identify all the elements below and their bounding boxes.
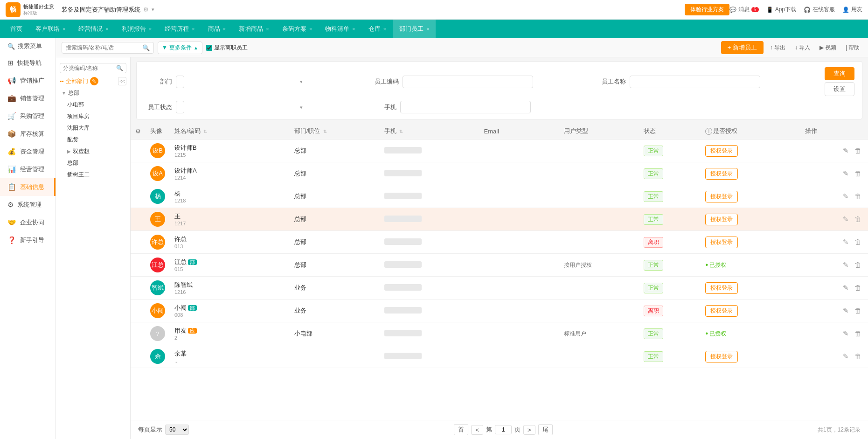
dept-select[interactable] bbox=[176, 76, 184, 88]
edit-icon[interactable]: ✎ bbox=[841, 306, 851, 315]
sidebar-item-库存核算[interactable]: 📦库存核算 bbox=[0, 125, 56, 143]
page-size-select[interactable]: 50 20 100 bbox=[165, 425, 189, 435]
close-tab-icon[interactable]: × bbox=[309, 26, 312, 32]
dept-node-插树王二[interactable]: 插树王二 bbox=[58, 169, 128, 181]
emp-code-input[interactable] bbox=[403, 76, 533, 88]
delete-icon[interactable]: 🗑 bbox=[853, 328, 863, 338]
edit-icon[interactable]: ✎ bbox=[841, 328, 851, 338]
navtab-利润报告[interactable]: 利润报告× bbox=[115, 20, 158, 38]
col-phone[interactable]: 手机 ⇅ bbox=[380, 123, 479, 139]
authorize-button[interactable]: 授权登录 bbox=[705, 305, 738, 317]
more-conditions-button[interactable]: ▼ 更多条件 ▲ bbox=[158, 42, 202, 54]
next-page-button[interactable]: > bbox=[523, 425, 535, 435]
delete-icon[interactable]: 🗑 bbox=[853, 260, 863, 270]
dept-node-总部[interactable]: ▼总部 bbox=[58, 87, 128, 99]
edit-icon[interactable]: ✎ bbox=[841, 191, 851, 201]
sidebar-item-新手引导[interactable]: ❓新手引导 bbox=[0, 231, 56, 249]
sidebar-item-企业协同[interactable]: 🤝企业协同 bbox=[0, 214, 56, 231]
edit-icon[interactable]: ✎ bbox=[841, 237, 851, 247]
delete-icon[interactable]: 🗑 bbox=[853, 351, 863, 361]
col-dept[interactable]: 部门/职位 ⇅ bbox=[290, 123, 380, 139]
authorize-button[interactable]: 授权登录 bbox=[705, 191, 738, 202]
col-settings[interactable]: ⚙ bbox=[131, 123, 146, 139]
close-tab-icon[interactable]: × bbox=[62, 26, 65, 32]
delete-icon[interactable]: 🗑 bbox=[853, 191, 863, 201]
authorize-button[interactable]: 授权登录 bbox=[705, 145, 738, 157]
delete-icon[interactable]: 🗑 bbox=[853, 306, 863, 315]
navtab-经营历程[interactable]: 经营历程× bbox=[158, 20, 201, 38]
all-dept-label[interactable]: ▪▪ 全部部门 ✎ bbox=[60, 77, 98, 85]
show-resigned-checkbox[interactable] bbox=[206, 45, 212, 51]
online-service-button[interactable]: 🎧 在线客服 bbox=[804, 6, 835, 14]
dropdown-icon[interactable]: ▾ bbox=[152, 7, 154, 13]
edit-icon[interactable]: ✎ bbox=[841, 351, 851, 361]
dept-search-input[interactable] bbox=[63, 65, 116, 71]
delete-icon[interactable]: 🗑 bbox=[853, 146, 863, 155]
dept-collapse-button[interactable]: << bbox=[118, 77, 126, 85]
try-industry-button[interactable]: 体验行业方案 bbox=[685, 4, 729, 15]
navtab-新增商品[interactable]: 新增商品× bbox=[232, 20, 275, 38]
last-page-button[interactable]: 尾 bbox=[538, 424, 553, 435]
sidebar-item-资金管理[interactable]: 💰资金管理 bbox=[0, 143, 56, 160]
authorize-button[interactable]: 授权登录 bbox=[705, 282, 738, 294]
export-button[interactable]: ↑ 导出 bbox=[767, 42, 788, 54]
emp-status-select[interactable] bbox=[176, 101, 184, 113]
navtab-条码方案[interactable]: 条码方案× bbox=[276, 20, 319, 38]
authorize-button[interactable]: 授权登录 bbox=[705, 351, 738, 362]
message-button[interactable]: 💬 消息 5 bbox=[729, 6, 759, 14]
search-input[interactable] bbox=[66, 44, 140, 51]
sidebar-item-经营管理[interactable]: 📊经营管理 bbox=[0, 160, 56, 178]
auth-info-icon[interactable]: i bbox=[705, 128, 712, 135]
dept-search-icon[interactable]: 🔍 bbox=[116, 65, 123, 71]
authorize-button[interactable]: 授权登录 bbox=[705, 168, 738, 180]
authorize-button[interactable]: 授权登录 bbox=[705, 237, 738, 248]
close-tab-icon[interactable]: × bbox=[192, 26, 194, 32]
sidebar-item-营销推广[interactable]: 📢营销推广 bbox=[0, 72, 56, 90]
reset-button[interactable]: 设置 bbox=[825, 82, 854, 96]
first-page-button[interactable]: 首 bbox=[454, 424, 468, 435]
close-tab-icon[interactable]: × bbox=[266, 26, 269, 32]
delete-icon[interactable]: 🗑 bbox=[853, 214, 863, 224]
phone-input[interactable] bbox=[400, 101, 531, 113]
sidebar-item-系统管理[interactable]: ⚙系统管理 bbox=[0, 196, 56, 214]
page-number-input[interactable] bbox=[495, 425, 512, 434]
import-button[interactable]: ↓ 导入 bbox=[792, 42, 813, 54]
emp-name-input[interactable] bbox=[630, 76, 760, 88]
navtab-商品[interactable]: 商品× bbox=[201, 20, 232, 38]
edit-icon[interactable]: ✎ bbox=[841, 260, 851, 270]
video-button[interactable]: ▶ 视频 bbox=[817, 42, 839, 54]
sidebar-item-快捷导航[interactable]: ⊞快捷导航 bbox=[0, 54, 56, 72]
add-employee-button[interactable]: + 新增员工 bbox=[721, 41, 764, 54]
navtab-首页[interactable]: 首页 bbox=[4, 20, 29, 38]
edit-icon[interactable]: ✎ bbox=[841, 283, 851, 293]
sidebar-item-基础信息[interactable]: 📋基础信息 bbox=[0, 178, 56, 196]
query-button[interactable]: 查询 bbox=[825, 67, 854, 80]
settings-icon[interactable]: ⚙ bbox=[143, 6, 149, 13]
edit-icon[interactable]: ✎ bbox=[841, 168, 851, 178]
sidebar-search[interactable]: 🔍搜索菜单 bbox=[0, 38, 56, 54]
user-button[interactable]: 👤 用友 bbox=[842, 6, 862, 14]
prev-page-button[interactable]: < bbox=[471, 425, 483, 435]
dept-node-小电部[interactable]: 小电部 bbox=[58, 99, 128, 111]
search-icon[interactable]: 🔍 bbox=[142, 44, 150, 51]
close-tab-icon[interactable]: × bbox=[149, 26, 152, 32]
close-tab-icon[interactable]: × bbox=[105, 26, 108, 32]
delete-icon[interactable]: 🗑 bbox=[853, 168, 863, 178]
close-tab-icon[interactable]: × bbox=[426, 26, 429, 32]
dept-node-双虚想[interactable]: ▶双虚想 bbox=[58, 146, 128, 157]
delete-icon[interactable]: 🗑 bbox=[853, 237, 863, 247]
navtab-部门员工[interactable]: 部门员工× bbox=[393, 20, 436, 38]
navtab-物料清单[interactable]: 物料清单× bbox=[319, 20, 361, 38]
close-tab-icon[interactable]: × bbox=[383, 26, 386, 32]
close-tab-icon[interactable]: × bbox=[352, 26, 355, 32]
dept-node-项目库房[interactable]: 项目库房 bbox=[58, 111, 128, 122]
col-name[interactable]: 姓名/编码 ⇅ bbox=[170, 123, 290, 139]
dept-node-配货[interactable]: 配货 bbox=[58, 134, 128, 146]
edit-icon[interactable]: ✎ bbox=[841, 146, 851, 155]
delete-icon[interactable]: 🗑 bbox=[853, 283, 863, 293]
help-button[interactable]: | 帮助 bbox=[843, 42, 862, 54]
navtab-客户联络[interactable]: 客户联络× bbox=[29, 20, 72, 38]
authorize-button[interactable]: 授权登录 bbox=[705, 214, 738, 225]
app-download-button[interactable]: 📱 App下载 bbox=[766, 6, 796, 14]
sidebar-item-销售管理[interactable]: 💼销售管理 bbox=[0, 90, 56, 107]
